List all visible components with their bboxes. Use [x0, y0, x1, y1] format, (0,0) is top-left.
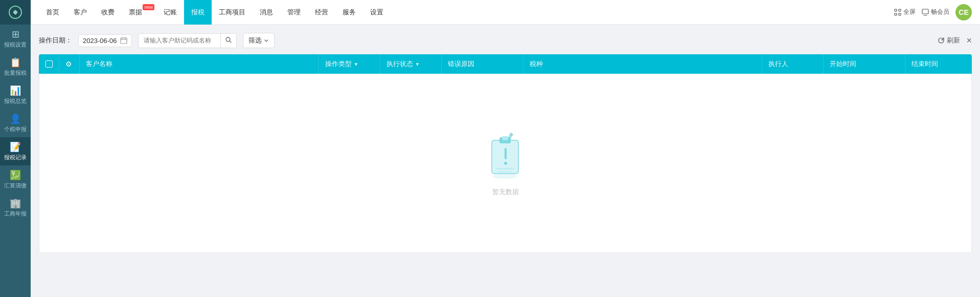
sidebar-item-label: 报税记录 [4, 154, 27, 161]
sidebar-item-tax-settings[interactable]: ⊞ 报税设置 [0, 25, 31, 53]
sidebar-item-label: 报税总览 [4, 97, 27, 105]
sidebar-item-label: 工商年报 [4, 210, 27, 218]
settings-icon: ⚙ [65, 60, 72, 68]
th-exec-status[interactable]: 执行状态 ▼ [380, 54, 442, 74]
svg-rect-2 [899, 9, 901, 11]
nav-billing[interactable]: 收费 [94, 0, 122, 25]
sidebar-item-label: 汇算清缴 [4, 182, 27, 189]
avatar[interactable]: CE [955, 4, 972, 20]
search-button[interactable] [220, 34, 236, 48]
nav-tax[interactable]: 报税 [184, 0, 212, 25]
svg-rect-6 [121, 38, 127, 44]
topnav-items: 首页 客户 收费 票据 new 记账 报税 工商项目 消息 [39, 0, 894, 25]
fullscreen-button[interactable]: 全屏 [894, 8, 916, 16]
filter-label-text: 筛选 [248, 36, 262, 45]
search-icon [225, 36, 232, 44]
th-executor: 执行人 [762, 54, 824, 74]
tax-record-icon: 📝 [10, 142, 21, 152]
sidebar-item-tax-overview[interactable]: 📊 报税总览 [0, 81, 31, 109]
sort-icon: ▼ [415, 61, 420, 67]
nav-home[interactable]: 首页 [39, 0, 66, 25]
sidebar-item-batch-tax[interactable]: 📋 批量报税 [0, 53, 31, 81]
th-start-time: 开始时间 [824, 54, 905, 74]
new-badge: new [143, 4, 154, 11]
svg-point-15 [504, 162, 507, 165]
sidebar-item-label: 批量报税 [4, 69, 27, 77]
search-input[interactable] [139, 34, 220, 47]
logo[interactable] [0, 0, 31, 25]
settlement-icon: 💹 [10, 171, 21, 180]
annual-report-icon: 🏢 [10, 199, 21, 208]
table-body: 暂无数据 [39, 74, 972, 253]
member-label: 畅会员 [931, 8, 949, 16]
topnav-right: 全屏 畅会员 CE [894, 4, 972, 20]
sidebar-item-personal-tax[interactable]: 👤 个税申报 [0, 109, 31, 137]
date-value: 2023-06-06 [83, 37, 117, 45]
nav-business[interactable]: 工商项目 [212, 0, 253, 25]
close-button[interactable]: × [966, 36, 972, 45]
svg-rect-13 [502, 136, 508, 140]
chevron-down-icon [264, 38, 269, 43]
th-tax-type: 税种 [523, 54, 763, 74]
sidebar-item-settlement[interactable]: 💹 汇算清缴 [0, 165, 31, 194]
sidebar: ⊞ 报税设置 📋 批量报税 📊 报税总览 👤 个税申报 📝 报税记录 💹 汇算清… [0, 0, 31, 297]
nav-accounting[interactable]: 记账 [156, 0, 184, 25]
svg-rect-16 [496, 168, 514, 169]
nav-finance[interactable]: 经营 [308, 0, 335, 25]
th-operation-type[interactable]: 操作类型 ▼ [319, 54, 380, 74]
nav-invoice[interactable]: 票据 new [122, 0, 156, 25]
refresh-icon [938, 37, 945, 44]
sidebar-item-label: 报税设置 [4, 41, 27, 49]
svg-rect-17 [498, 171, 512, 173]
fullscreen-label: 全屏 [903, 8, 916, 16]
table-header: ⚙ 客户名称 操作类型 ▼ 执行状态 ▼ 错误原因 税种 [39, 54, 972, 74]
th-settings[interactable]: ⚙ [59, 54, 80, 74]
sidebar-item-label: 个税申报 [4, 125, 27, 133]
sort-icon: ▼ [354, 61, 359, 67]
select-all-checkbox[interactable] [45, 60, 53, 68]
svg-point-7 [226, 37, 230, 41]
empty-illustration [483, 130, 529, 181]
svg-rect-3 [895, 13, 897, 15]
svg-rect-14 [505, 148, 507, 159]
filter-dropdown[interactable]: 筛选 [243, 33, 275, 48]
th-client-name: 客户名称 [80, 54, 319, 74]
tax-overview-icon: 📊 [10, 86, 21, 95]
nav-customer[interactable]: 客户 [66, 0, 94, 25]
nav-service[interactable]: 服务 [335, 0, 363, 25]
refresh-button[interactable]: 刷新 [938, 36, 960, 45]
empty-text: 暂无数据 [492, 187, 519, 197]
sidebar-item-annual-report[interactable]: 🏢 工商年报 [0, 194, 31, 222]
th-checkbox[interactable] [39, 54, 59, 74]
personal-tax-icon: 👤 [10, 114, 21, 123]
svg-point-18 [492, 174, 518, 179]
search-box [138, 33, 237, 48]
nav-messages[interactable]: 消息 [253, 0, 280, 25]
filter-bar: 操作日期： 2023-06-06 筛选 [39, 33, 972, 48]
nav-settings[interactable]: 设置 [363, 0, 391, 25]
svg-rect-1 [895, 9, 897, 11]
content: 操作日期： 2023-06-06 筛选 [31, 25, 980, 297]
th-end-time: 结束时间 [905, 54, 972, 74]
table-container: ⚙ 客户名称 操作类型 ▼ 执行状态 ▼ 错误原因 税种 [39, 54, 972, 253]
calendar-icon [120, 37, 127, 44]
svg-rect-4 [899, 13, 901, 15]
batch-tax-icon: 📋 [10, 58, 21, 67]
member-button[interactable]: 畅会员 [922, 8, 949, 16]
topnav: 首页 客户 收费 票据 new 记账 报税 工商项目 消息 [31, 0, 980, 25]
main-area: 首页 客户 收费 票据 new 记账 报税 工商项目 消息 [31, 0, 980, 297]
sidebar-item-tax-record[interactable]: 📝 报税记录 [0, 137, 31, 165]
th-error-reason: 错误原因 [442, 54, 523, 74]
tax-settings-icon: ⊞ [12, 30, 19, 39]
empty-svg [483, 130, 529, 181]
date-label: 操作日期： [39, 36, 72, 45]
svg-rect-5 [922, 9, 928, 14]
nav-manage[interactable]: 管理 [280, 0, 308, 25]
date-picker[interactable]: 2023-06-06 [78, 34, 132, 47]
